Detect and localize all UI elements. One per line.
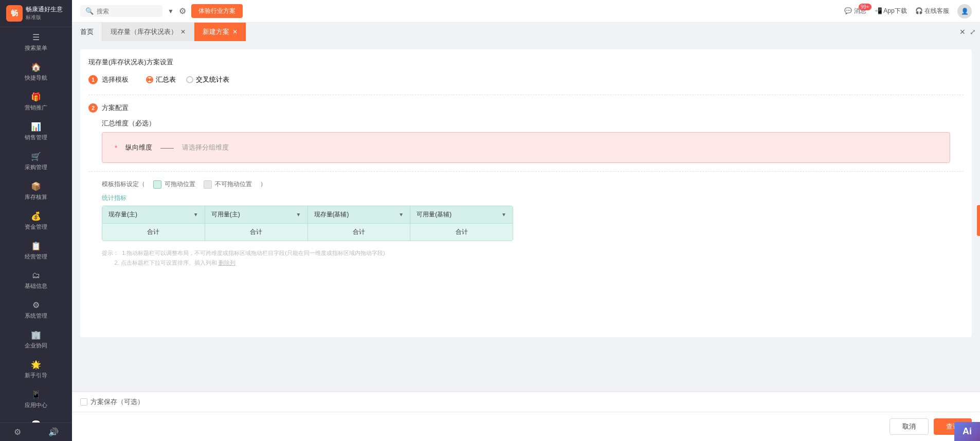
agg-label: 汇总维度（必选）	[102, 119, 964, 128]
online-service[interactable]: 🎧 在线客服	[915, 7, 949, 15]
tab-new-scheme[interactable]: 新建方案 ✕	[194, 23, 246, 41]
panel-title: 现存量(库存状况表)方案设置	[88, 58, 964, 67]
indicator-section: 模板指标设定（ 可拖动位置 不可拖动位置 ） 统计指标	[102, 180, 964, 241]
download-icon: 📲	[875, 7, 882, 14]
radio-cross[interactable]: 交叉统计表	[186, 75, 229, 84]
stats-table-header: 现存量(主) ▼ 合计 可用量(主) ▼	[102, 206, 513, 241]
star-icon: 🌟	[31, 360, 41, 370]
radio-cross-dot	[186, 76, 193, 83]
topbar-right: 💬 99+ 消息 📲 App下载 🎧 在线客服 👤	[844, 4, 972, 19]
sidebar-item-label: 经营管理	[25, 253, 47, 261]
sidebar-item-system[interactable]: ⚙ 系统管理	[0, 295, 72, 325]
tab-home[interactable]: 首页	[72, 23, 102, 41]
sidebar-item-app-center[interactable]: 📱 应用中心	[0, 384, 72, 414]
step1-header: 1 选择模板 汇总表 交叉统计表	[88, 75, 964, 84]
expand-panel-icon[interactable]: ⤢	[970, 28, 976, 36]
col-available-aux-value: 合计	[410, 224, 513, 241]
save-option[interactable]: 方案保存（可选）	[72, 392, 980, 412]
sidebar-item-label: 系统管理	[25, 312, 47, 320]
sidebar-item-inventory[interactable]: 📦 库存核算	[0, 176, 72, 206]
sidebar-item-label: 销售管理	[25, 134, 47, 141]
radio-summary[interactable]: 汇总表	[146, 75, 176, 84]
tab-new-scheme-label: 新建方案	[203, 27, 229, 36]
settings-button[interactable]: ⚙	[14, 427, 21, 437]
sidebar-item-search-menu[interactable]: ☰ 搜索菜单	[0, 27, 72, 57]
box-icon: 📦	[31, 181, 41, 191]
footer-container: 方案保存（可选） 取消 查询	[72, 391, 980, 441]
topbar-search-box[interactable]: 🔍	[80, 5, 162, 17]
search-menu-icon: ☰	[32, 32, 40, 42]
col-available-main-header[interactable]: 可用量(主) ▼	[205, 206, 307, 224]
col-current-aux-header[interactable]: 现存量(基辅) ▼	[308, 206, 410, 224]
logo-sub: 标准版	[26, 14, 63, 21]
dropdown-arrow-icon[interactable]: ▼	[168, 8, 174, 15]
sidebar-item-label: 营销推广	[25, 104, 47, 112]
tabs: 首页 现存量（库存状况表） ✕ 新建方案 ✕	[72, 23, 246, 41]
tab-inventory-close-icon[interactable]: ✕	[180, 28, 186, 35]
message-badge: 99+	[859, 4, 872, 10]
col-current-main-chevron: ▼	[193, 212, 198, 217]
sidebar-item-marketing[interactable]: 🎁 营销推广	[0, 87, 72, 117]
tip2: 2. 点击标题栏下拉可设置排序、插入列和 删除列	[102, 259, 964, 267]
topbar-gear-icon[interactable]: ⚙	[179, 6, 186, 16]
sidebar-item-label: 基础信息	[25, 282, 47, 290]
sidebar-item-finance[interactable]: 💰 资金管理	[0, 206, 72, 236]
sidebar-nav: ☰ 搜索菜单 🏠 快捷导航 🎁 营销推广 📊 销售管理 🛒 采购管理 📦 库存核…	[0, 27, 72, 422]
sidebar-item-enterprise[interactable]: 🏢 企业协同	[0, 325, 72, 355]
sidebar-item-wechat[interactable]: 💬 企业微信	[0, 414, 72, 422]
step2-title: 方案配置	[102, 103, 129, 113]
sidebar-item-new-guide[interactable]: 🌟 新手引导	[0, 355, 72, 384]
search-input[interactable]	[97, 8, 148, 15]
footer-actions: 取消 查询	[72, 412, 980, 441]
stats-label: 统计指标	[102, 194, 964, 203]
logo-text-block: 畅康通好生意 标准版	[26, 6, 63, 21]
search-icon: 🔍	[85, 7, 94, 15]
step2-num: 2	[88, 103, 98, 113]
col-current-aux-chevron: ▼	[398, 212, 404, 217]
tip1: 提示： 1.拖动标题栏可以调整布局，不可跨维度或指标区域拖动栏目字段(只能在同一…	[102, 249, 964, 257]
phone-icon: 📱	[31, 390, 41, 399]
chart-icon: 📊	[31, 122, 41, 132]
content-area: 现存量(库存状况表)方案设置 1 选择模板 汇总表	[72, 41, 980, 391]
sidebar-item-purchase[interactable]: 🛒 采购管理	[0, 146, 72, 176]
unmovable-legend-label: 不可拖动位置	[215, 180, 252, 189]
save-option-label: 方案保存（可选）	[90, 397, 144, 407]
tab-new-scheme-close-icon[interactable]: ✕	[232, 28, 238, 35]
col-current-main-header[interactable]: 现存量(主) ▼	[102, 206, 205, 224]
right-edge-handle[interactable]	[977, 205, 980, 236]
tab-bar: 首页 现存量（库存状况表） ✕ 新建方案 ✕ ✕ ⤢	[72, 23, 980, 41]
sidebar-item-label: 搜索菜单	[25, 44, 47, 52]
message-wrap[interactable]: 💬 99+ 消息	[844, 7, 866, 15]
close-panel-icon[interactable]: ✕	[959, 28, 966, 36]
ai-badge[interactable]: Ai	[954, 422, 980, 441]
divider-2	[88, 171, 964, 172]
step2-header: 2 方案配置	[88, 103, 964, 113]
radio-cross-label: 交叉统计表	[196, 75, 229, 84]
dash: ——	[160, 144, 174, 152]
sidebar-footer: ⚙ 🔊	[0, 422, 72, 441]
sidebar-item-label: 采购管理	[25, 163, 47, 171]
user-avatar[interactable]: 👤	[957, 4, 972, 19]
sound-button[interactable]: 🔊	[48, 427, 59, 437]
legend-movable: 可拖动位置	[153, 180, 195, 189]
sidebar-item-quick-nav[interactable]: 🏠 快捷导航	[0, 57, 72, 87]
trial-industry-button[interactable]: 体验行业方案	[191, 4, 243, 18]
sidebar-item-operation[interactable]: 📋 经营管理	[0, 236, 72, 266]
sidebar-item-label: 新手引导	[25, 372, 47, 379]
movable-legend-label: 可拖动位置	[165, 180, 195, 189]
cancel-button[interactable]: 取消	[890, 418, 929, 435]
tab-inventory-status-label: 现存量（库存状况表）	[111, 27, 177, 36]
save-checkbox[interactable]	[80, 398, 87, 406]
agg-box: * 纵向维度 —— 请选择分组维度	[102, 132, 950, 163]
sidebar-item-sales[interactable]: 📊 销售管理	[0, 117, 72, 146]
col-available-main-chevron: ▼	[296, 212, 301, 217]
folder-icon: 🗂	[32, 271, 40, 280]
sidebar-item-basic-info[interactable]: 🗂 基础信息	[0, 266, 72, 295]
tip2-link[interactable]: 删除列	[219, 260, 235, 266]
col-available-aux-chevron: ▼	[501, 212, 506, 217]
tab-inventory-status[interactable]: 现存量（库存状况表） ✕	[102, 23, 194, 41]
sidebar-item-label: 快捷导航	[25, 74, 47, 82]
app-download[interactable]: 📲 App下载	[875, 7, 907, 15]
field-label: 纵向维度	[125, 143, 152, 152]
col-available-aux-header[interactable]: 可用量(基辅) ▼	[410, 206, 513, 224]
